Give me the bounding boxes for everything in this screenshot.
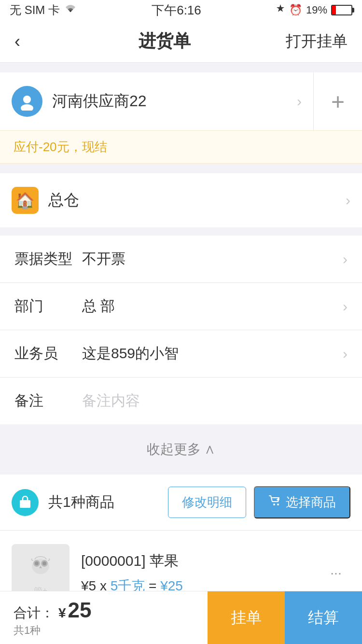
carrier-text: 无 SIM 卡 xyxy=(10,2,60,18)
products-header: 共1种商品 修改明细 选择商品 xyxy=(0,475,362,530)
hold-order-button[interactable]: 挂单 xyxy=(208,591,285,644)
svg-point-4 xyxy=(277,504,279,505)
salesperson-label: 业务员 xyxy=(14,344,72,364)
supplier-chevron-icon: › xyxy=(297,93,302,110)
warehouse-icon: 🏠 xyxy=(12,187,39,214)
product-info: [0000001] 苹果 ¥5 x 5千克 = ¥25 xyxy=(81,551,321,595)
select-product-label: 选择商品 xyxy=(286,494,336,511)
location-icon xyxy=(276,4,285,16)
warehouse-name: 总仓 xyxy=(48,190,341,211)
cart-icon xyxy=(268,495,282,510)
warehouse-home-icon: 🏠 xyxy=(15,191,35,210)
collapse-label: 收起更多 ∧ xyxy=(147,440,216,459)
status-left: 无 SIM 卡 xyxy=(10,2,77,18)
invoice-type-row[interactable]: 票据类型 不开票 › xyxy=(0,236,362,283)
status-time: 下午6:16 xyxy=(152,2,201,19)
product-code: [0000001] xyxy=(81,553,150,569)
battery-icon xyxy=(331,5,352,15)
total-amount: ¥25 xyxy=(58,598,92,622)
notice-text: 应付-20元，现结 xyxy=(14,140,107,154)
department-row[interactable]: 部门 总 部 › xyxy=(0,283,362,330)
status-bar: 无 SIM 卡 下午6:16 ⏰ 19% xyxy=(0,0,362,20)
warehouse-chevron-icon: › xyxy=(346,192,350,209)
svg-point-0 xyxy=(23,96,31,103)
checkout-button[interactable]: 结算 xyxy=(285,591,362,644)
invoice-type-label: 票据类型 xyxy=(14,249,72,269)
supplier-section: 河南供应商22 › + xyxy=(0,72,362,130)
supplier-row[interactable]: 河南供应商22 › xyxy=(0,72,314,130)
svg-rect-2 xyxy=(20,500,30,508)
salesperson-value: 这是859的小智 xyxy=(82,344,338,364)
department-label: 部门 xyxy=(14,296,72,316)
page-title: 进货单 xyxy=(139,29,191,53)
total-section: 合计： ¥25 共1种 xyxy=(0,591,208,644)
remark-label: 备注 xyxy=(14,391,72,411)
edit-detail-button[interactable]: 修改明细 xyxy=(168,487,246,518)
remark-input[interactable]: 备注内容 xyxy=(82,391,348,411)
back-button[interactable]: ‹ xyxy=(14,31,43,52)
wifi-icon xyxy=(64,3,77,17)
supplier-avatar xyxy=(12,86,42,117)
invoice-type-value: 不开票 xyxy=(82,249,338,269)
remark-row[interactable]: 备注 备注内容 xyxy=(0,378,362,424)
collapse-button[interactable]: 收起更多 ∧ xyxy=(0,432,362,467)
product-name: [0000001] 苹果 xyxy=(81,551,321,571)
department-value: 总 部 xyxy=(82,296,338,316)
select-product-button[interactable]: 选择商品 xyxy=(254,486,350,518)
products-icon xyxy=(12,489,39,516)
salesperson-row[interactable]: 业务员 这是859的小智 › xyxy=(0,330,362,378)
battery-text: 19% xyxy=(306,4,327,16)
svg-point-3 xyxy=(273,504,275,505)
form-section: 票据类型 不开票 › 部门 总 部 › 业务员 这是859的小智 › 备注 备注… xyxy=(0,236,362,424)
notice-bar: 应付-20元，现结 xyxy=(0,130,362,164)
svg-point-8 xyxy=(35,561,39,565)
invoice-type-chevron-icon: › xyxy=(343,251,348,267)
salesperson-chevron-icon: › xyxy=(343,346,348,362)
svg-point-1 xyxy=(21,104,33,111)
open-pending-button[interactable]: 打开挂单 xyxy=(286,31,348,52)
products-count-label: 共1种商品 xyxy=(48,492,168,512)
alarm-icon: ⏰ xyxy=(289,4,302,16)
add-supplier-button[interactable]: + xyxy=(314,72,362,130)
department-chevron-icon: › xyxy=(343,298,348,315)
total-label: 合计： xyxy=(14,605,54,620)
status-right: ⏰ 19% xyxy=(276,4,352,16)
nav-bar: ‹ 进货单 打开挂单 xyxy=(0,20,362,63)
total-count: 共1种 xyxy=(14,623,194,638)
supplier-name: 河南供应商22 xyxy=(52,91,292,112)
warehouse-section[interactable]: 🏠 总仓 › xyxy=(0,173,362,228)
product-more-button[interactable]: ··· xyxy=(321,565,350,581)
owl-logo-icon xyxy=(26,550,55,583)
svg-point-9 xyxy=(42,561,46,565)
bottom-bar: 合计： ¥25 共1种 挂单 结算 xyxy=(0,591,362,644)
total-row: 合计： ¥25 xyxy=(14,598,194,622)
